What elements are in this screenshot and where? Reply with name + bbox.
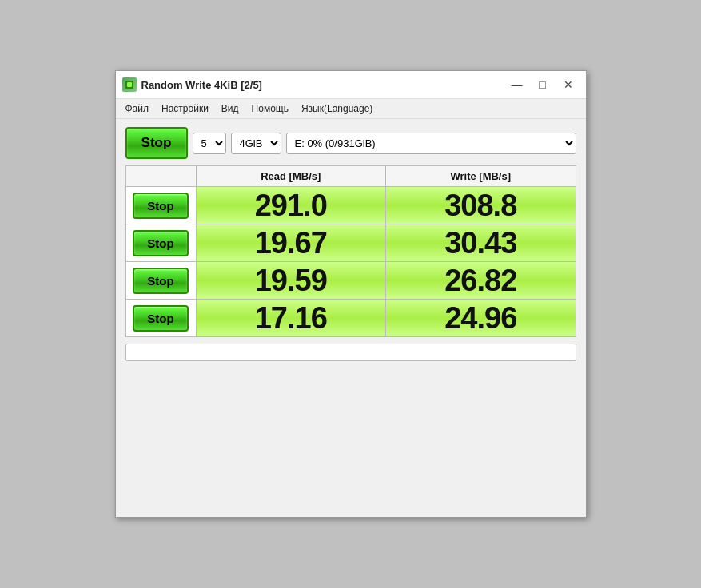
svg-rect-1 <box>127 82 132 87</box>
write-value-1: 30.43 <box>444 228 516 258</box>
stop-button-2[interactable]: Stop <box>133 268 189 294</box>
read-value-0: 291.0 <box>255 190 327 220</box>
main-stop-button[interactable]: Stop <box>125 127 188 159</box>
read-header: Read [MB/s] <box>197 166 387 186</box>
stop-cell-1: Stop <box>126 224 197 261</box>
read-cell-3: 17.16 <box>197 300 387 336</box>
close-button[interactable]: ✕ <box>557 76 580 93</box>
read-cell-1: 19.67 <box>197 224 387 261</box>
read-value-3: 17.16 <box>255 303 327 333</box>
menu-item----[interactable]: Вид <box>215 101 245 117</box>
stop-cell-2: Stop <box>126 262 197 299</box>
write-header: Write [MB/s] <box>386 166 576 186</box>
data-grid: Read [MB/s] Write [MB/s] Stop291.0308.8S… <box>125 165 576 337</box>
app-window: Random Write 4KiB [2/5] — □ ✕ ФайлНастро… <box>115 70 587 518</box>
stop-cell-0: Stop <box>126 187 197 224</box>
table-row: Stop17.1624.96 <box>126 300 576 336</box>
read-cell-0: 291.0 <box>197 187 387 224</box>
stop-cell-3: Stop <box>126 300 197 336</box>
table-row: Stop19.5926.82 <box>126 262 576 300</box>
progress-bar-container <box>125 344 576 361</box>
title-bar: Random Write 4KiB [2/5] — □ ✕ <box>116 71 586 99</box>
menu-bar: ФайлНастройкиВидПомощьЯзык(Language) <box>116 99 586 119</box>
menu-item----------[interactable]: Настройки <box>155 101 215 117</box>
write-cell-0: 308.8 <box>386 187 576 224</box>
grid-rows: Stop291.0308.8Stop19.6730.43Stop19.5926.… <box>126 187 576 336</box>
minimize-button[interactable]: — <box>506 76 528 93</box>
write-value-0: 308.8 <box>444 190 516 220</box>
window-controls: — □ ✕ <box>506 76 580 93</box>
stop-button-0[interactable]: Stop <box>133 193 189 219</box>
top-controls: Stop 12345 1GiB2GiB4GiB8GiB E: 0% (0/931… <box>125 127 576 159</box>
read-value-2: 19.59 <box>255 265 327 296</box>
table-row: Stop291.0308.8 <box>126 187 576 224</box>
write-cell-1: 30.43 <box>386 224 576 261</box>
read-cell-2: 19.59 <box>197 262 387 299</box>
maximize-button[interactable]: □ <box>532 76 554 93</box>
stop-button-1[interactable]: Stop <box>133 230 189 256</box>
size-dropdown[interactable]: 1GiB2GiB4GiB8GiB <box>231 133 281 154</box>
stop-button-3[interactable]: Stop <box>133 305 189 332</box>
window-title: Random Write 4KiB [2/5] <box>141 79 506 91</box>
table-row: Stop19.6730.43 <box>126 224 576 262</box>
write-value-3: 24.96 <box>444 303 516 333</box>
menu-item-----[interactable]: Файл <box>119 101 156 117</box>
count-dropdown[interactable]: 12345 <box>193 133 226 154</box>
write-cell-3: 24.96 <box>386 300 576 336</box>
read-value-1: 19.67 <box>255 228 327 258</box>
menu-item------language-[interactable]: Язык(Language) <box>295 101 379 117</box>
grid-header: Read [MB/s] Write [MB/s] <box>126 166 576 187</box>
write-value-2: 26.82 <box>444 265 516 296</box>
menu-item-------[interactable]: Помощь <box>245 101 295 117</box>
header-spacer <box>126 166 197 186</box>
drive-dropdown[interactable]: E: 0% (0/931GiB) <box>286 133 576 154</box>
main-content: Stop 12345 1GiB2GiB4GiB8GiB E: 0% (0/931… <box>116 119 586 369</box>
app-icon <box>122 77 137 92</box>
write-cell-2: 26.82 <box>386 262 576 299</box>
